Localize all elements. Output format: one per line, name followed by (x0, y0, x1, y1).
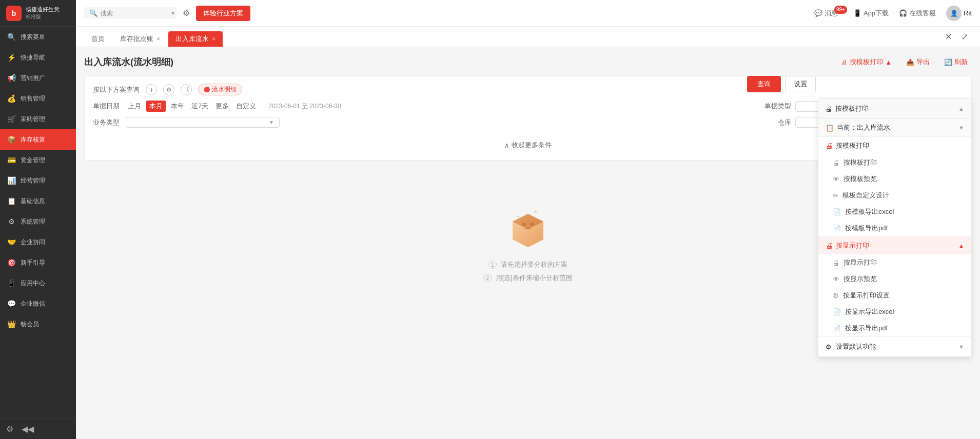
collapse-sidebar-icon[interactable]: ◀◀ (22, 424, 34, 434)
sidebar-item-guide[interactable]: 🎯 新手引导 (0, 252, 76, 273)
display-section-collapse-icon[interactable]: ▲ (958, 243, 964, 249)
header-gear-icon[interactable]: ⚙ (183, 8, 190, 18)
tab-expand-icon[interactable]: ⤢ (957, 29, 972, 44)
guide-icon: 🎯 (6, 257, 16, 268)
tab-batch-account-close-icon[interactable]: × (156, 35, 160, 43)
sidebar-item-basic[interactable]: 📋 基础信息 (0, 191, 76, 211)
sidebar-item-inventory[interactable]: 📦 库存核算 (0, 129, 76, 150)
tabbar-right-actions: ✕ ⤢ (941, 29, 972, 47)
search-menu-icon: 🔍 (6, 32, 16, 42)
query-button[interactable]: 查询 (747, 76, 781, 92)
sidebar-item-app-center[interactable]: 📱 应用中心 (0, 273, 76, 293)
dropdown-header-collapse-icon[interactable]: ▲ (958, 106, 964, 112)
display-print-item[interactable]: 🖨 按显示打印 (818, 254, 971, 271)
user-avatar: 👤 (946, 6, 962, 21)
username-label: Rit (964, 9, 972, 17)
template-print-item[interactable]: 🖨 按模板打印 (818, 154, 971, 171)
industry-solution-button[interactable]: 体验行业方案 (196, 6, 250, 21)
print-template-label: 按模板打印 (850, 57, 883, 67)
headset-icon: 🎧 (899, 9, 907, 17)
tab-batch-account-label: 库存批次账 (120, 34, 153, 44)
collapse-label: 收起更多条件 (512, 141, 552, 150)
filter-settings-button[interactable]: ⚙ (163, 84, 174, 95)
date-option-last-7[interactable]: 近7天 (189, 101, 210, 112)
dropdown-footer-settings[interactable]: ⚙ 设置默认功能 ▼ (818, 337, 971, 356)
header-search-input[interactable] (101, 10, 167, 17)
date-option-last-month[interactable]: 上月 (126, 101, 143, 112)
date-option-custom[interactable]: 自定义 (234, 101, 258, 112)
business-type-select[interactable]: ▼ (126, 117, 280, 128)
inventory-icon: 📦 (6, 134, 16, 145)
header-search-box[interactable]: 🔍 ▼ (84, 7, 177, 19)
display-print-settings-label: 按显示打印设置 (843, 291, 890, 300)
display-settings-icon: ⚙ (833, 292, 839, 300)
tab-flow-detail[interactable]: 出入库流水 × (168, 31, 223, 47)
filter-top-row: 按以下方案查询 + ⚙ 《 🔴 流水明细 (93, 84, 963, 95)
sidebar-item-quick-nav[interactable]: ⚡ 快捷导航 (0, 47, 76, 68)
date-option-this-year[interactable]: 本年 (169, 101, 186, 112)
svg-text:✦: ✦ (533, 208, 538, 215)
tab-flow-detail-close-icon[interactable]: × (212, 35, 215, 43)
sidebar-label-marketing: 营销推广 (21, 74, 45, 83)
display-preview-item[interactable]: 👁 按显示预览 (818, 271, 971, 287)
tab-close-all-icon[interactable]: ✕ (941, 29, 955, 44)
template-preview-item[interactable]: 👁 按模板预览 (818, 171, 971, 187)
template-print-item-icon: 🖨 (833, 159, 839, 167)
print-template-button[interactable]: 🖨 按模板打印 ▲ (837, 55, 896, 69)
sidebar-item-search[interactable]: 🔍 搜索菜单 (0, 27, 76, 47)
template-custom-item[interactable]: ✏ 模板自定义设计 (818, 187, 971, 204)
export-button[interactable]: 📤 导出 (902, 55, 934, 69)
print-dropdown-panel: 🖨 按模板打印 ▲ 📋 当前：出入库流水 ▼ 🖨 按模板打印 (818, 98, 972, 357)
sidebar-item-membership[interactable]: 👑 畅会员 (0, 314, 76, 334)
filter-active-tag[interactable]: 🔴 流水明细 (198, 84, 242, 95)
template-export-excel-item[interactable]: 📄 按模板导出excel (818, 204, 971, 220)
app-download-label: App下载 (864, 9, 889, 18)
user-avatar-area[interactable]: 👤 Rit (946, 6, 972, 21)
sidebar-item-sales[interactable]: 💰 销售管理 (0, 88, 76, 109)
empty-hint-1: 1 请先选择要分析的方案 (488, 258, 567, 271)
template-print-section-header[interactable]: 🖨 按模板打印 (818, 137, 971, 154)
search-chevron-icon: ▼ (170, 10, 175, 16)
current-row-arrow-icon[interactable]: ▼ (958, 125, 964, 131)
template-print-section-icon: 🖨 (826, 142, 833, 150)
display-print-section-header[interactable]: 🖨 按显示打印 ▲ (818, 237, 971, 254)
display-export-excel-item[interactable]: 📄 按显示导出excel (818, 304, 971, 320)
message-btn[interactable]: 💬 消息 99+ (814, 9, 843, 18)
sidebar-item-purchase[interactable]: 🛒 采购管理 (0, 109, 76, 129)
tab-batch-account[interactable]: 库存批次账 × (113, 31, 167, 47)
display-print-settings-item[interactable]: ⚙ 按显示打印设置 (818, 287, 971, 304)
template-custom-icon: ✏ (833, 192, 838, 199)
sidebar-item-enterprise[interactable]: 🤝 企业协同 (0, 232, 76, 252)
dropdown-header[interactable]: 🖨 按模板打印 ▲ (818, 99, 971, 119)
sidebar-item-operations[interactable]: 📊 经营管理 (0, 170, 76, 191)
business-select-arrow-icon: ▼ (269, 119, 274, 125)
display-export-pdf-label: 按显示导出pdf (845, 324, 888, 333)
online-service-btn[interactable]: 🎧 在线客服 (899, 9, 936, 18)
svg-text:✦: ✦ (517, 214, 520, 219)
empty-state-icon: ✦ ✦ (502, 198, 554, 250)
app-name: 畅捷通好生意 (26, 6, 60, 13)
tab-home[interactable]: 首页 (84, 31, 112, 47)
refresh-button[interactable]: 🔄 刷新 (940, 55, 972, 69)
settings-button[interactable]: 设置 (785, 76, 816, 92)
display-export-pdf-item[interactable]: 📄 按显示导出pdf (818, 320, 971, 336)
sidebar-item-wechat[interactable]: 💬 企业微信 (0, 293, 76, 314)
app-download-btn[interactable]: 📱 App下载 (853, 9, 889, 18)
template-export-pdf-item[interactable]: 📄 按模板导出pdf (818, 220, 971, 236)
sidebar-label-app-center: 应用中心 (21, 279, 45, 288)
date-option-this-month[interactable]: 本月 (146, 101, 166, 112)
settings-bottom-icon[interactable]: ⚙ (6, 424, 13, 434)
display-preview-label: 按显示预览 (844, 274, 877, 284)
current-label: 当前：出入库流水 (837, 123, 890, 132)
display-print-section-label: 按显示打印 (836, 241, 869, 250)
filter-collapse-button[interactable]: 《 (181, 84, 192, 95)
sidebar-label-operations: 经营管理 (21, 176, 45, 185)
sidebar-item-marketing[interactable]: 📢 营销推广 (0, 68, 76, 88)
date-option-more[interactable]: 更多 (213, 101, 231, 112)
sidebar-item-finance[interactable]: 💳 资金管理 (0, 150, 76, 170)
sidebar-label-search: 搜索菜单 (21, 33, 45, 42)
chevron-up-icon: ∧ (504, 142, 509, 149)
filter-add-button[interactable]: + (146, 84, 157, 95)
sidebar-item-system[interactable]: ⚙ 系统管理 (0, 211, 76, 232)
sidebar-scroll: 🔍 搜索菜单 ⚡ 快捷导航 📢 营销推广 💰 销售管理 🛒 采购管理 📦 库存核… (0, 27, 76, 418)
